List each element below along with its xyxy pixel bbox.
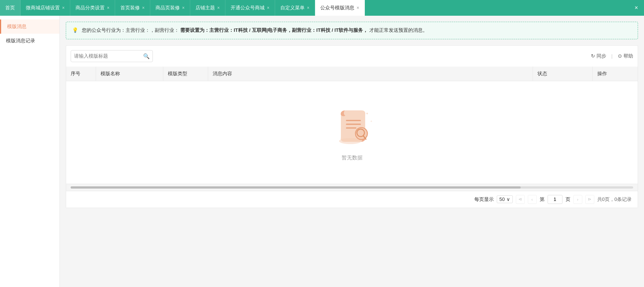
- table-header: 序号 模版名称 模版类型 消息内容 状态 操作: [66, 67, 638, 81]
- svg-text:✦: ✦: [370, 120, 373, 123]
- col-type: 模版类型: [163, 67, 208, 81]
- notice-text-prefix: 您的公众号行业为：主营行业：，副营行业：: [82, 27, 179, 33]
- nav-tab-home-decor[interactable]: 首页装修 ×: [115, 0, 150, 16]
- sidebar-item-template-msg-log[interactable]: 模版消息记录: [0, 34, 59, 48]
- close-product-category-icon[interactable]: ×: [107, 5, 110, 10]
- nav-tab-wsc-shop-label: 微商城店铺设置: [26, 4, 60, 11]
- horizontal-scrollbar[interactable]: [71, 186, 633, 189]
- nav-tab-template-msg[interactable]: 公众号模版消息 ×: [315, 0, 365, 16]
- page-size-select[interactable]: 50 ∨: [497, 195, 512, 203]
- search-bar: 🔍 ↻ 同步 | ⊙ 帮助: [71, 50, 633, 62]
- sidebar-item-template-msg[interactable]: 模版消息: [0, 19, 59, 34]
- nav-tab-shop-theme[interactable]: 店铺主题 ×: [190, 0, 225, 16]
- nav-tab-custom-menu-label: 自定义菜单: [280, 4, 305, 11]
- sidebar-item-template-msg-label: 模版消息: [7, 24, 27, 29]
- nav-tab-product-category[interactable]: 商品分类设置 ×: [70, 0, 115, 16]
- close-custom-menu-icon[interactable]: ×: [307, 5, 309, 10]
- global-close-icon[interactable]: ×: [629, 4, 644, 11]
- page-label-before: 第: [540, 196, 545, 203]
- col-seq: 序号: [66, 67, 96, 81]
- search-input-wrap: 🔍: [71, 50, 153, 62]
- search-icon[interactable]: 🔍: [143, 53, 150, 59]
- help-button[interactable]: ⊙ 帮助: [618, 53, 633, 59]
- nav-tab-template-msg-label: 公众号模版消息: [320, 4, 354, 11]
- pagination: 每页显示 50 ∨ ⊲ ‹ 第 1 页 › ⊳ 共0页，0条记录: [66, 191, 638, 208]
- notice-text-highlight: 需要设置为：主营行业：IT科技 / 互联网|电子商务，副营行业：IT科技 / I…: [180, 27, 368, 33]
- sync-button[interactable]: ↻ 同步: [591, 53, 606, 59]
- scrollbar-thumb: [71, 186, 521, 189]
- help-icon: ⊙: [618, 53, 622, 59]
- nav-tab-wsc-shop[interactable]: 微商城店铺设置 ×: [21, 0, 70, 16]
- page-size-dropdown-icon: ∨: [506, 196, 510, 202]
- page-next-button[interactable]: ›: [573, 195, 582, 204]
- content-area: 💡 您的公众号行业为：主营行业：，副营行业： 需要设置为：主营行业：IT科技 /…: [60, 16, 644, 287]
- nav-tab-home-label: 首页: [5, 4, 15, 11]
- search-input[interactable]: [74, 53, 143, 59]
- sidebar-item-template-msg-log-label: 模版消息记录: [6, 38, 35, 43]
- page-prev-button[interactable]: ‹: [528, 195, 537, 204]
- page-number-input[interactable]: 1: [548, 195, 563, 204]
- col-status: 状态: [533, 67, 593, 81]
- page-last-button[interactable]: ⊳: [585, 195, 594, 204]
- page-label-after: 页: [566, 196, 570, 203]
- search-section: 🔍 ↻ 同步 | ⊙ 帮助: [66, 46, 638, 62]
- page-total: 共0页，0条记录: [597, 196, 632, 203]
- page-first-button[interactable]: ⊲: [516, 195, 525, 204]
- page-size-label: 每页显示: [474, 196, 494, 203]
- close-shop-theme-icon[interactable]: ×: [217, 5, 220, 10]
- close-open-store-icon[interactable]: ×: [267, 5, 269, 10]
- table-container: 🔍 ↻ 同步 | ⊙ 帮助: [66, 45, 638, 208]
- nav-tab-product-decor-label: 商品页装修: [155, 4, 180, 11]
- empty-illustration: ✦ ✦: [330, 104, 375, 149]
- nav-tab-home-decor-label: 首页装修: [120, 4, 140, 11]
- svg-text:✦: ✦: [366, 112, 369, 116]
- nav-tab-custom-menu[interactable]: 自定义菜单 ×: [275, 0, 315, 16]
- close-home-decor-icon[interactable]: ×: [142, 5, 145, 10]
- sync-icon: ↻: [591, 53, 595, 59]
- nav-tab-shop-theme-label: 店铺主题: [195, 4, 215, 11]
- empty-text: 暂无数据: [342, 155, 363, 161]
- search-left: 🔍: [71, 50, 153, 62]
- nav-tab-open-store[interactable]: 开通公众号商城 ×: [225, 0, 275, 16]
- notice-box: 💡 您的公众号行业为：主营行业：，副营行业： 需要设置为：主营行业：IT科技 /…: [66, 22, 638, 39]
- sync-label: 同步: [597, 53, 606, 59]
- search-right: ↻ 同步 | ⊙ 帮助: [591, 53, 633, 59]
- page-size-value: 50: [499, 196, 505, 202]
- divider: |: [611, 53, 613, 59]
- col-name: 模版名称: [96, 67, 163, 81]
- notice-text-suffix: 才能正常发送预置的消息。: [369, 27, 428, 33]
- main-layout: 模版消息 模版消息记录 💡 您的公众号行业为：主营行业：，副营行业： 需要设置为…: [0, 16, 644, 287]
- scrollbar-row: [66, 184, 638, 191]
- nav-tab-product-decor[interactable]: 商品页装修 ×: [150, 0, 190, 16]
- nav-tab-open-store-label: 开通公众号商城: [231, 4, 265, 11]
- close-product-decor-icon[interactable]: ×: [182, 5, 185, 10]
- close-template-msg-icon[interactable]: ×: [357, 5, 359, 10]
- top-nav: 首页 微商城店铺设置 × 商品分类设置 × 首页装修 × 商品页装修 × 店铺主…: [0, 0, 644, 16]
- help-label: 帮助: [623, 53, 633, 59]
- nav-tab-home[interactable]: 首页: [0, 0, 21, 16]
- empty-state: ✦ ✦ 暂无数据: [66, 81, 638, 184]
- col-content: 消息内容: [208, 67, 533, 81]
- nav-tab-product-category-label: 商品分类设置: [76, 4, 105, 11]
- sidebar: 模版消息 模版消息记录: [0, 16, 60, 287]
- col-action: 操作: [593, 67, 638, 81]
- close-wsc-shop-icon[interactable]: ×: [62, 5, 65, 10]
- bulb-icon: 💡: [72, 27, 78, 33]
